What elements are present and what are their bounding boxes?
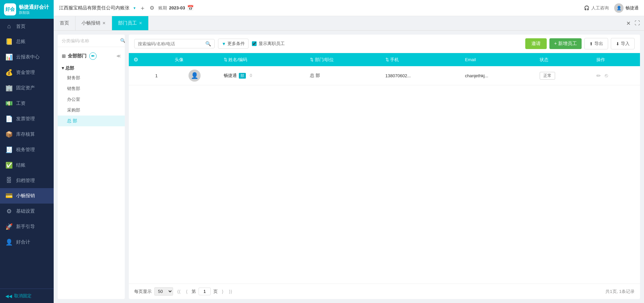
dept-search-icon[interactable]: 🔍 <box>120 38 125 43</box>
page-unit: 页 <box>213 289 218 295</box>
tab-close-icon[interactable]: ✕ <box>102 21 106 26</box>
export-button[interactable]: ⬆ 导出 <box>584 38 608 49</box>
company-name: 江西服宝精品有限责任公司内账张 <box>59 5 129 11</box>
add-company-button[interactable]: ＋ <box>140 4 146 12</box>
company-dropdown-icon[interactable]: ▾ <box>133 6 136 10</box>
dept-edit-button[interactable]: ✏ <box>89 52 97 60</box>
sidebar-item-fund[interactable]: 💰 资金管理 <box>0 65 54 80</box>
show-resigned-input[interactable] <box>252 41 257 46</box>
company-settings-button[interactable]: ⚙ <box>150 5 154 11</box>
app-logo: 好会 畅捷通好会计 旗舰版 <box>0 0 54 19</box>
sidebar-item-checkout[interactable]: ✅ 结账 <box>0 158 54 173</box>
dept-procurement[interactable]: 采购部 <box>58 105 125 116</box>
dept-general[interactable]: 总 部 <box>58 116 125 126</box>
salary-icon: 💵 <box>5 100 13 107</box>
sidebar-item-label: 小畅报销 <box>16 193 35 199</box>
table-row: 1 👤 畅捷通 部 0 <box>129 66 640 85</box>
all-departments-item[interactable]: ⊞ 全部部门 ✏ ≪ <box>58 50 125 62</box>
period-value: 2023-03 <box>169 5 185 10</box>
page-label: 第 <box>192 289 196 295</box>
dept-office[interactable]: 办公室 <box>58 94 125 105</box>
tab-home-label: 首页 <box>60 20 69 26</box>
logout-employee-button[interactable]: ⎋ <box>605 73 608 79</box>
import-label: 导入 <box>621 41 630 47</box>
sidebar-item-inventory[interactable]: 📦 库存核算 <box>0 127 54 142</box>
fund-icon: 💰 <box>5 69 13 76</box>
cancel-pin-label: 取消固定 <box>14 293 32 299</box>
sidebar-item-account[interactable]: 👤 好合计 <box>0 234 54 250</box>
dept-sales[interactable]: 销售部 <box>58 83 125 94</box>
sidebar-item-xiaochang[interactable]: 💳 小畅报销 <box>0 188 54 204</box>
sidebar-item-label: 发票管理 <box>16 116 35 122</box>
col-name[interactable]: ⇅ 姓名/编码 <box>219 53 306 66</box>
sidebar-item-general-ledger[interactable]: 📒 总账 <box>0 34 54 49</box>
next-page-button[interactable]: ⟩ <box>220 288 225 295</box>
last-page-button[interactable]: ⟩⟩ <box>227 288 233 295</box>
dept-search-input[interactable] <box>62 38 118 43</box>
first-page-button[interactable]: ⟨⟨ <box>176 288 182 295</box>
search-icon[interactable]: 🔍 <box>205 41 211 46</box>
col-email: Email <box>460 53 535 66</box>
sidebar-item-label: 好合计 <box>16 239 30 245</box>
sidebar-item-label: 云报表中心 <box>16 54 40 60</box>
filter-icon: ▼ <box>222 41 226 46</box>
sidebar-item-reports[interactable]: 📊 云报表中心 <box>0 49 54 65</box>
per-page-label: 每页显示 <box>134 289 152 295</box>
checkout-icon: ✅ <box>5 162 13 169</box>
tax-icon: 🧾 <box>5 146 13 154</box>
close-tab-button[interactable]: ✕ <box>625 19 632 28</box>
import-button[interactable]: ⬇ 导入 <box>611 38 635 49</box>
sidebar-item-tax[interactable]: 🧾 税务管理 <box>0 142 54 158</box>
col-settings[interactable]: ⚙ <box>129 53 143 66</box>
employee-name: 畅捷通 <box>224 73 237 79</box>
period-display: 账期 2023-03 📅 <box>158 5 194 11</box>
left-panel: 🔍 ⊞ 全部部门 ✏ ≪ ▾ 总部 财务部 销售部 办公室 采购部 总 部 <box>58 35 125 299</box>
row-email: chanjethkj... <box>460 66 535 85</box>
user-menu[interactable]: 👤 畅捷通 <box>614 3 639 13</box>
app-name-block: 畅捷通好会计 旗舰版 <box>19 4 49 15</box>
row-ops: ✏ ⎋ <box>592 66 640 85</box>
col-phone[interactable]: ⇅ 手机 <box>381 53 460 66</box>
tab-department-employee[interactable]: 部门员工 ✕ <box>112 16 149 30</box>
col-dept[interactable]: ⇅ 部门/职位 <box>305 53 381 66</box>
edit-employee-button[interactable]: ✏ <box>596 73 601 79</box>
period-label: 账期 <box>158 5 167 11</box>
filter-button[interactable]: ▼ 更多条件 <box>218 39 249 49</box>
sidebar-item-assets[interactable]: 🏢 固定资产 <box>0 80 54 96</box>
invite-button[interactable]: 邀请 <box>525 38 547 49</box>
sidebar-item-label: 新手引导 <box>16 224 35 230</box>
per-page-select[interactable]: 50 20 100 <box>154 287 173 296</box>
table-settings-icon[interactable]: ⚙ <box>133 57 138 62</box>
tab-home[interactable]: 首页 <box>54 16 75 30</box>
sidebar-item-guide[interactable]: 🚀 新手引导 <box>0 219 54 234</box>
sidebar-item-settings[interactable]: ⚙ 基础设置 <box>0 204 54 219</box>
dept-collapse-button[interactable]: ≪ <box>116 54 121 58</box>
support-button[interactable]: 🎧 人工咨询 <box>584 5 609 11</box>
search-input[interactable] <box>138 41 203 46</box>
headquarters-parent[interactable]: ▾ 总部 <box>58 62 125 73</box>
app-name: 畅捷通好会计 <box>19 4 49 10</box>
sidebar-item-invoice[interactable]: 📄 发票管理 <box>0 111 54 127</box>
sidebar-item-home[interactable]: ⌂ 首页 <box>0 19 54 34</box>
ledger-icon: 📒 <box>5 38 13 45</box>
show-resigned-checkbox[interactable]: 显示离职员工 <box>252 41 285 47</box>
page-input[interactable] <box>199 288 211 295</box>
headset-icon: 🎧 <box>584 5 589 10</box>
expand-tab-button[interactable]: ⛶ <box>633 19 641 28</box>
tabs-actions: ✕ ⛶ <box>625 19 644 28</box>
prev-page-button[interactable]: ⟨ <box>184 288 189 295</box>
grid-icon: ⊞ <box>62 53 66 59</box>
support-label: 人工咨询 <box>591 5 609 11</box>
cancel-pin-button[interactable]: ◀◀ 取消固定 <box>0 289 54 303</box>
employee-avatar: 👤 <box>189 70 201 82</box>
sidebar-item-salary[interactable]: 💵 工资 <box>0 96 54 111</box>
add-employee-button[interactable]: + 新增员工 <box>549 38 582 49</box>
dept-finance[interactable]: 财务部 <box>58 73 125 83</box>
calendar-icon[interactable]: 📅 <box>187 5 194 11</box>
assets-icon: 🏢 <box>5 84 13 92</box>
tab-close-icon[interactable]: ✕ <box>139 21 142 26</box>
sidebar-item-archive[interactable]: 🗄 归档管理 <box>0 173 54 188</box>
sidebar-item-label: 固定资产 <box>16 85 35 91</box>
tab-xiaochang-reimbursement[interactable]: 小畅报销 ✕ <box>75 16 112 30</box>
row-settings-cell <box>129 66 143 85</box>
